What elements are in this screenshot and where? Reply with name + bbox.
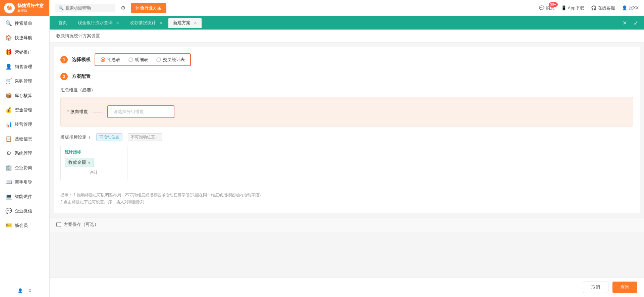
- basic-info-icon: 📋: [5, 136, 12, 142]
- tab-home[interactable]: 首页: [54, 18, 72, 28]
- marketing-icon: 🎁: [5, 49, 12, 55]
- dimension-select-box[interactable]: 请选择分组维度: [107, 105, 174, 118]
- gear-icon[interactable]: ⚙: [121, 5, 125, 11]
- message-icon: 💬: [539, 5, 544, 10]
- footer-settings[interactable]: ⚙: [28, 288, 32, 293]
- save-checkbox[interactable]: [56, 222, 61, 227]
- sidebar-item-label: 新手引导: [15, 179, 32, 185]
- tab-collect-stat-label: 收款情况统计: [130, 20, 156, 26]
- tab-new-plan-close[interactable]: ✕: [194, 21, 197, 25]
- service-action[interactable]: 🎧 在线客服: [591, 5, 615, 11]
- hint-draggable-badge: 可拖动位置: [96, 133, 122, 141]
- sidebar-item-member[interactable]: 🎫 畅会员: [0, 218, 49, 233]
- sidebar-item-search-menu[interactable]: 🔍 搜索菜单: [0, 16, 49, 31]
- radio-cross[interactable]: 交叉统计表: [156, 57, 185, 63]
- purchase-icon: 🛒: [5, 78, 12, 84]
- sidebar-item-quick-nav[interactable]: 🏠 快捷导航: [0, 31, 49, 45]
- sidebar-item-label: 资金管理: [15, 107, 32, 113]
- download-icon: 📱: [561, 5, 567, 10]
- sidebar-item-label: 搜索菜单: [15, 20, 32, 27]
- tips-section: 提示： 1.拖动标题栏可以调整布局，不可跨维度或指标区域拖动栏目字段(只能在同一…: [60, 188, 633, 205]
- inventory-icon: 📦: [5, 92, 12, 99]
- query-button[interactable]: 查询: [612, 282, 637, 293]
- dimension-title: 汇总维度（必选）: [60, 87, 633, 93]
- radio-detail-label: 明细表: [135, 57, 148, 63]
- step2-label: 方案配置: [72, 73, 91, 80]
- tips-row-1: 提示： 1.拖动标题栏可以调整布局，不可跨维度或指标区域拖动栏目字段(只能在同一…: [60, 192, 633, 198]
- sidebar-item-label: 经营管理: [15, 121, 32, 128]
- tab-collect-stat-close[interactable]: ✕: [159, 21, 162, 25]
- sidebar-item-hardware[interactable]: 💻 智能硬件: [0, 189, 49, 204]
- step1-label: 选择模板: [72, 57, 91, 63]
- sidebar-item-label: 营销推广: [15, 49, 32, 55]
- sidebar-item-guide[interactable]: 📖 新手引导: [0, 175, 49, 189]
- indicator-sub-total: 合计: [65, 168, 123, 177]
- sidebar-nav: 🔍 搜索菜单 🏠 快捷导航 🎁 营销推广 👤 销售管理 🛒 采购管理 📦 库存核…: [0, 16, 49, 284]
- sidebar-item-inventory[interactable]: 📦 库存核算: [0, 88, 49, 103]
- radio-summary-dot: [101, 57, 105, 62]
- cancel-button[interactable]: 取消: [583, 282, 608, 293]
- vertical-dimension-label: 纵向维度: [67, 109, 88, 115]
- sidebar-item-system[interactable]: ⚙ 系统管理: [0, 146, 49, 160]
- sidebar-item-label: 库存核算: [15, 93, 32, 99]
- sidebar-item-wechat[interactable]: 💬 企业微信: [0, 204, 49, 218]
- tab-bank-flow-close[interactable]: ✕: [116, 21, 119, 25]
- footer-user[interactable]: 👤: [18, 288, 23, 293]
- search-input[interactable]: [66, 6, 106, 10]
- industry-btn[interactable]: 体验行业方案: [131, 3, 166, 13]
- download-action[interactable]: 📱 App下载: [561, 5, 584, 11]
- top-header: 🔍 ⚙ 体验行业方案 💬 消息 99+ 📱 App下载 🎧 在线客服 👤 张XX: [50, 0, 644, 16]
- tips-row-2: 2.点击标题栏下拉可设置排序、插入列和删除列: [60, 199, 633, 205]
- search-menu-icon: 🔍: [5, 20, 12, 27]
- sidebar-item-operation[interactable]: 📊 经营管理: [0, 117, 49, 132]
- dimension-row: 纵向维度 —— 请选择分组维度: [67, 105, 626, 118]
- step1-row: 1 选择模板 汇总表 明细表 交叉统计表: [60, 53, 633, 66]
- sidebar-item-purchase[interactable]: 🛒 采购管理: [0, 74, 49, 88]
- sidebar-item-label: 快捷导航: [15, 35, 32, 41]
- save-label: 方案保存（可选）: [64, 221, 99, 228]
- template-options: 汇总表 明细表 交叉统计表: [95, 53, 191, 66]
- header-search-box[interactable]: 🔍: [55, 4, 115, 12]
- radio-cross-dot: [156, 57, 161, 62]
- sidebar-item-finance[interactable]: 💰 资金管理: [0, 103, 49, 117]
- user-profile[interactable]: 👤 张XX: [622, 5, 639, 11]
- message-action[interactable]: 💬 消息 99+: [539, 5, 554, 11]
- indicator-group-label: 统计指标: [65, 149, 123, 155]
- sidebar-item-basic-info[interactable]: 📋 基础信息: [0, 132, 49, 146]
- tab-collect-stat[interactable]: 收款情况统计 ✕: [125, 18, 167, 28]
- sidebar-item-label: 企业微信: [15, 208, 32, 214]
- tab-new-plan[interactable]: 新建方案 ✕: [168, 18, 202, 28]
- sidebar-item-marketing[interactable]: 🎁 营销推广: [0, 45, 49, 59]
- indicator-tag-label: 收款金额: [68, 159, 86, 165]
- logo-badge: 标准版: [17, 8, 44, 13]
- breadcrumb-text: 收款情况统计方案设置: [56, 33, 100, 38]
- wechat-icon: 💬: [5, 208, 12, 214]
- search-icon: 🔍: [58, 5, 64, 10]
- sidebar-item-label: 企业协同: [15, 165, 32, 171]
- indicator-group: 统计指标 收款金额 ∨ 合计: [60, 145, 127, 181]
- sidebar-item-label: 智能硬件: [15, 194, 32, 200]
- sidebar-item-enterprise[interactable]: 🏢 企业协同: [0, 160, 49, 175]
- arrow-line: ——: [93, 109, 102, 114]
- form-section: 1 选择模板 汇总表 明细表 交叉统计表: [54, 47, 640, 213]
- tab-bar: 首页 现金银行流水查询 ✕ 收款情况统计 ✕ 新建方案 ✕ ✕ ⤢: [50, 16, 644, 30]
- sidebar-item-label: 销售管理: [15, 64, 32, 70]
- sidebar-item-sales[interactable]: 👤 销售管理: [0, 59, 49, 74]
- download-label: App下载: [568, 5, 584, 11]
- step2-number: 2: [60, 73, 68, 80]
- tab-new-plan-label: 新建方案: [173, 20, 191, 26]
- sidebar-item-label: 系统管理: [15, 150, 32, 156]
- enterprise-icon: 🏢: [5, 164, 12, 171]
- tab-expand-btn[interactable]: ⤢: [632, 19, 640, 27]
- service-icon: 🎧: [591, 5, 596, 10]
- dimension-area: 纵向维度 —— 请选择分组维度: [60, 97, 633, 127]
- tab-home-label: 首页: [58, 20, 67, 26]
- radio-detail[interactable]: 明细表: [128, 57, 148, 63]
- indicator-tag-amount[interactable]: 收款金额 ∨: [65, 158, 94, 167]
- footer-settings-icon: ⚙: [28, 288, 32, 293]
- tab-bank-flow[interactable]: 现金银行流水查询 ✕: [73, 18, 124, 28]
- message-badge: 99+: [549, 2, 558, 7]
- hint-fixed-badge: 不可拖动位置）: [128, 133, 162, 141]
- radio-summary[interactable]: 汇总表: [101, 57, 120, 63]
- tab-close-all-btn[interactable]: ✕: [621, 19, 629, 27]
